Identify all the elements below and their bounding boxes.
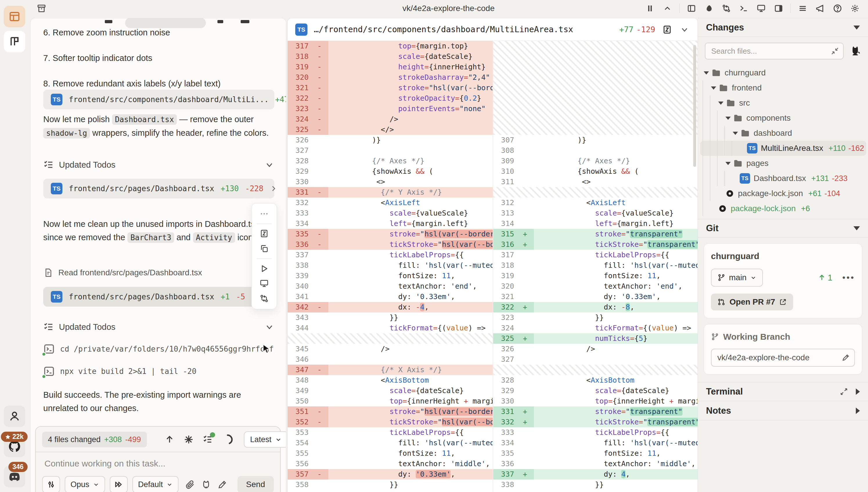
- tree-item-pages[interactable]: pages: [698, 156, 868, 171]
- diff-line-311: 311 <>: [493, 177, 698, 187]
- terminal-icon[interactable]: [738, 3, 749, 14]
- edit-pencil-icon[interactable]: [842, 353, 850, 362]
- cat-icon[interactable]: [201, 479, 211, 489]
- copy-icon[interactable]: [258, 243, 270, 254]
- tree-item-dashboard.tsx[interactable]: TSDashboard.tsx+131-233: [698, 171, 868, 186]
- caret-down-icon[interactable]: [725, 117, 731, 120]
- files-changed-badge[interactable]: 4 files changed +308 -499: [42, 432, 147, 447]
- fast-forward-button[interactable]: [110, 476, 128, 492]
- kanban-icon: [9, 36, 20, 47]
- rail-github-button[interactable]: 22k: [4, 436, 25, 457]
- git-more-options[interactable]: •••: [842, 273, 855, 282]
- caret-down-icon[interactable]: [704, 71, 709, 75]
- scroll-up-icon[interactable]: [164, 434, 175, 445]
- pen-icon[interactable]: [217, 479, 227, 489]
- tree-item-dashboard[interactable]: dashboard: [698, 126, 868, 141]
- collapse-up-icon[interactable]: [662, 3, 673, 14]
- section-expand-icon[interactable]: [856, 389, 860, 395]
- read-file-row[interactable]: Read frontend/src/pages/Dashboard.tsx: [43, 268, 274, 278]
- diff-line-338: 338 fill: 'hsl(var(--muted-fo: [288, 260, 493, 271]
- typescript-file-icon: TS: [747, 143, 757, 153]
- file-chip-multilinearea[interactable]: TS frontend/src/components/dashboard/Mul…: [43, 90, 274, 109]
- file-chip-dashboard-1[interactable]: TS frontend/src/pages/Dashboard.tsx +130…: [43, 179, 274, 198]
- rail-account-button[interactable]: [4, 405, 25, 427]
- branch-dropdown[interactable]: main: [711, 269, 763, 287]
- help-icon[interactable]: [832, 3, 843, 14]
- diff-line-321: 321- stroke="hsl(var(--border))": [288, 83, 493, 93]
- chevron-down-icon[interactable]: [679, 24, 690, 35]
- git-compare-icon[interactable]: [258, 293, 270, 304]
- tree-item-package-lock.json[interactable]: package-lock.json+6: [698, 201, 868, 216]
- changes-section-header[interactable]: Changes: [698, 18, 868, 37]
- pause-icon[interactable]: [644, 3, 656, 14]
- tree-item-multilinearea.tsx[interactable]: TSMultiLineArea.tsx+110-162: [698, 141, 868, 156]
- chevron-down-icon[interactable]: [264, 322, 274, 332]
- panel-right-icon[interactable]: [773, 3, 784, 14]
- terminal-command-row[interactable]: npx vite build 2>&1 | tail -20: [43, 366, 274, 377]
- file-chip-dashboard-2[interactable]: TS frontend/src/pages/Dashboard.tsx +1 -…: [43, 287, 274, 306]
- rail-board-button[interactable]: [4, 31, 25, 52]
- git-compare-icon[interactable]: [721, 3, 732, 14]
- megaphone-icon[interactable]: [815, 3, 826, 14]
- diff-scrollbar-thumb[interactable]: [693, 45, 696, 167]
- more-options-icon[interactable]: [258, 208, 270, 219]
- latest-dropdown[interactable]: Latest: [244, 432, 286, 448]
- send-button[interactable]: Send: [237, 476, 274, 492]
- section-collapse-icon[interactable]: [853, 26, 860, 30]
- section-collapse-icon[interactable]: [853, 226, 860, 230]
- typescript-file-icon: TS: [740, 173, 750, 183]
- panel-left-icon[interactable]: [686, 3, 697, 14]
- cat-icon[interactable]: [849, 45, 862, 57]
- updated-todos-row[interactable]: Updated Todos: [43, 322, 274, 332]
- archive-icon[interactable]: [36, 3, 47, 14]
- mode-dropdown[interactable]: Default: [132, 476, 179, 492]
- menu-icon[interactable]: [797, 3, 808, 14]
- diff-line-333: 333 scale={valueScale}: [288, 208, 493, 218]
- ink-drop-icon[interactable]: [703, 3, 714, 14]
- chevron-down-icon: [750, 274, 756, 281]
- stamp-z-icon[interactable]: [258, 228, 270, 239]
- tree-item-label: churnguard: [725, 68, 766, 77]
- play-icon[interactable]: [258, 264, 270, 274]
- caret-down-icon[interactable]: [711, 87, 716, 90]
- settings-gear-icon[interactable]: [849, 3, 861, 14]
- rail-layout-button[interactable]: [4, 6, 25, 27]
- terminal-section-header[interactable]: Terminal: [698, 382, 868, 401]
- tree-item-src[interactable]: src: [698, 95, 868, 110]
- diff-line-349: 349 scale={dateScale}: [288, 386, 493, 396]
- tree-item-frontend[interactable]: frontend: [698, 80, 868, 95]
- display-icon[interactable]: [756, 3, 767, 14]
- rail-discord-button[interactable]: 346: [4, 466, 25, 487]
- chat-input[interactable]: [44, 459, 269, 468]
- terminal-command-row[interactable]: cd /private/var/folders/10/h7w0q46556ggr…: [43, 343, 274, 355]
- model-dropdown[interactable]: Opus: [65, 476, 105, 492]
- diff-line-324: 324 tickFormat={(value) =>: [493, 323, 698, 333]
- settings-sliders-button[interactable]: [42, 476, 60, 492]
- caret-down-icon[interactable]: [725, 162, 731, 165]
- todo-list-item: 8. Remove redundant axis labels (x/y lab…: [43, 78, 274, 89]
- expand-icon[interactable]: [840, 387, 848, 396]
- open-pr-button[interactable]: Open PR #7: [711, 294, 793, 311]
- tree-item-components[interactable]: components: [698, 110, 868, 126]
- collapse-tree-icon[interactable]: [830, 46, 840, 56]
- notes-section-header[interactable]: Notes: [698, 401, 868, 420]
- diff-line-355: 355 fontSize: 11,: [288, 448, 493, 459]
- git-section-header[interactable]: Git: [698, 219, 868, 238]
- attach-paperclip-icon[interactable]: [185, 479, 195, 489]
- chevron-down-icon[interactable]: [264, 160, 274, 170]
- section-expand-icon[interactable]: [856, 408, 860, 414]
- tree-item-package-lock.json[interactable]: package-lock.json+61-104: [698, 186, 868, 201]
- stamp-z-icon[interactable]: [662, 24, 673, 35]
- display-icon[interactable]: [258, 278, 270, 289]
- chevron-right-icon: [270, 185, 277, 192]
- arrow-up-icon: [818, 274, 826, 282]
- caret-down-icon[interactable]: [718, 101, 723, 105]
- caret-down-icon[interactable]: [733, 132, 738, 135]
- spark-icon[interactable]: [184, 434, 194, 445]
- updated-todos-row[interactable]: Updated Todos: [43, 159, 274, 170]
- working-branch-input[interactable]: [711, 349, 855, 367]
- diff-line-317: 317- top={margin.top}: [288, 41, 493, 51]
- tree-item-churnguard[interactable]: churnguard: [698, 65, 868, 80]
- search-files-input[interactable]: [705, 43, 844, 59]
- todos-indicator-icon[interactable]: [203, 434, 213, 445]
